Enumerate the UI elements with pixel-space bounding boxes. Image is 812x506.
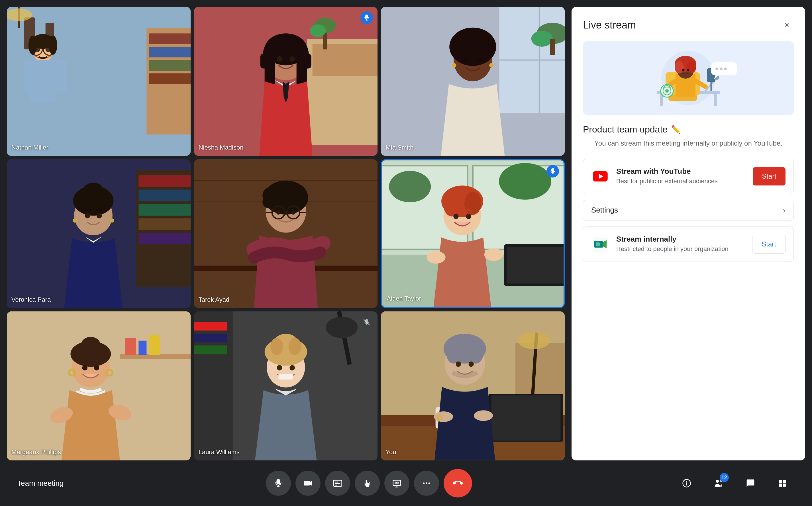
svg-rect-157 xyxy=(660,94,663,106)
svg-point-62 xyxy=(85,213,90,218)
svg-point-27 xyxy=(310,24,326,37)
info-button[interactable] xyxy=(674,471,699,496)
svg-point-100 xyxy=(427,251,446,264)
svg-rect-108 xyxy=(139,341,147,355)
svg-point-64 xyxy=(73,218,77,223)
svg-point-149 xyxy=(469,342,483,364)
people-badge: 12 xyxy=(720,473,729,482)
close-button[interactable]: × xyxy=(780,18,794,32)
activities-button[interactable] xyxy=(770,471,795,496)
panel-description: You can stream this meeting internally o… xyxy=(583,138,794,149)
svg-point-101 xyxy=(484,248,503,261)
panel-header: Live stream × xyxy=(583,18,794,32)
svg-rect-58 xyxy=(139,233,190,244)
svg-point-77 xyxy=(294,194,307,207)
youtube-icon xyxy=(591,167,610,185)
svg-rect-144 xyxy=(491,396,561,441)
svg-point-48 xyxy=(464,57,469,63)
svg-point-205 xyxy=(426,482,427,484)
svg-point-179 xyxy=(665,89,669,93)
video-tile-1: Nathan Miller xyxy=(7,7,191,156)
svg-point-97 xyxy=(464,192,481,215)
video-tile-7: Margeaux Phillips xyxy=(7,312,191,460)
participant-name-3: Mia Smith xyxy=(385,144,414,151)
svg-rect-124 xyxy=(194,334,228,342)
svg-rect-123 xyxy=(194,322,228,331)
meeting-title: Product team update xyxy=(583,124,667,135)
svg-rect-133 xyxy=(278,374,293,380)
meet-icon xyxy=(591,235,610,253)
svg-rect-212 xyxy=(779,480,782,483)
bottom-bar: Team meeting xyxy=(0,460,812,506)
svg-point-14 xyxy=(49,35,57,55)
chat-button[interactable] xyxy=(738,471,763,496)
svg-point-99 xyxy=(466,214,471,219)
meeting-title-section: Product team update ✏️ xyxy=(583,124,794,135)
svg-point-84 xyxy=(276,210,280,215)
svg-point-148 xyxy=(446,342,461,364)
svg-point-65 xyxy=(110,218,114,223)
svg-point-112 xyxy=(81,337,100,352)
participant-name-4: Veronica Para xyxy=(11,296,51,304)
controls-center xyxy=(266,469,472,497)
end-call-button[interactable] xyxy=(444,469,472,497)
svg-point-47 xyxy=(450,28,496,66)
svg-rect-190 xyxy=(276,479,280,484)
present-button[interactable] xyxy=(384,471,410,496)
internal-stream-content: Stream internally Restricted to people i… xyxy=(616,235,745,254)
svg-rect-45 xyxy=(550,39,555,55)
panel-title: Live stream xyxy=(583,19,636,31)
svg-rect-122 xyxy=(194,312,233,460)
raise-hand-button[interactable] xyxy=(355,471,380,496)
svg-point-85 xyxy=(291,210,295,215)
participant-name-1: Nathan Miller xyxy=(11,144,49,151)
participant-name-2: Niesha Madison xyxy=(199,144,244,151)
video-tile-9: You xyxy=(381,312,565,460)
microphone-button[interactable] xyxy=(266,471,291,496)
svg-rect-55 xyxy=(139,189,190,201)
youtube-stream-title: Stream with YouTube xyxy=(616,167,746,176)
youtube-stream-content: Stream with YouTube Best for public or e… xyxy=(616,167,746,186)
svg-rect-102 xyxy=(551,168,554,172)
people-button[interactable]: 12 xyxy=(706,471,731,496)
youtube-start-button[interactable]: Start xyxy=(753,167,786,185)
youtube-stream-card: Stream with YouTube Best for public or e… xyxy=(583,159,794,194)
svg-rect-213 xyxy=(783,480,786,483)
svg-point-50 xyxy=(452,63,456,68)
panel-illustration xyxy=(583,41,794,115)
svg-point-151 xyxy=(469,361,474,367)
svg-point-33 xyxy=(289,57,295,62)
svg-point-131 xyxy=(277,365,282,371)
video-tile-8: Laura Williams xyxy=(194,312,378,460)
participant-name-5: Tarek Ayad xyxy=(199,296,230,304)
settings-row[interactable]: Settings › xyxy=(583,200,794,221)
svg-point-182 xyxy=(720,68,723,70)
internal-start-button[interactable]: Start xyxy=(752,235,786,254)
video-grid: Nathan Miller xyxy=(7,7,565,460)
svg-rect-56 xyxy=(139,204,190,216)
more-options-button[interactable] xyxy=(414,471,439,496)
svg-point-175 xyxy=(687,69,689,71)
settings-label: Settings xyxy=(591,206,618,215)
svg-rect-93 xyxy=(507,247,563,283)
video-tile-2: Niesha Madison xyxy=(194,7,378,156)
internal-stream-card: Stream internally Restricted to people i… xyxy=(583,227,794,262)
svg-point-121 xyxy=(326,317,358,338)
camera-button[interactable] xyxy=(295,471,321,496)
svg-rect-34 xyxy=(260,54,269,68)
main-area: Nathan Miller xyxy=(0,0,812,460)
svg-rect-107 xyxy=(125,338,136,355)
svg-point-181 xyxy=(715,68,718,70)
svg-point-174 xyxy=(682,69,684,71)
svg-point-78 xyxy=(262,195,275,208)
svg-point-140 xyxy=(518,332,550,349)
svg-point-113 xyxy=(82,365,87,371)
meeting-name: Team meeting xyxy=(17,479,64,488)
svg-point-132 xyxy=(289,365,295,371)
svg-point-150 xyxy=(456,361,461,367)
svg-rect-125 xyxy=(194,346,228,354)
svg-point-90 xyxy=(389,171,431,202)
edit-icon[interactable]: ✏️ xyxy=(671,125,681,134)
captions-button[interactable] xyxy=(325,471,350,496)
participant-name-8: Laura Williams xyxy=(199,448,240,456)
